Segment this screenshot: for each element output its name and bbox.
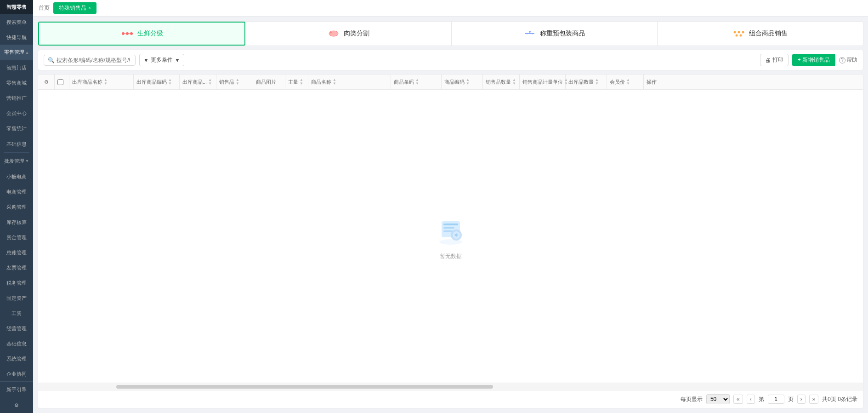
sidebar-item-search-menu[interactable]: 搜索菜单 bbox=[0, 14, 33, 29]
help-label: 帮助 bbox=[846, 56, 857, 64]
th-sales-qty[interactable]: 销售品数量 ▲▼ bbox=[483, 75, 520, 89]
first-page-button[interactable]: « bbox=[733, 395, 743, 404]
th-member-price[interactable]: 会员价 ▲▼ bbox=[607, 75, 644, 89]
sidebar-bottom: 新手引导 ⚙ bbox=[0, 381, 33, 413]
sidebar-item-members[interactable]: 会员中心 bbox=[0, 105, 33, 120]
print-button[interactable]: 🖨 打印 bbox=[760, 54, 789, 66]
page-prefix: 第 bbox=[759, 396, 764, 403]
svg-point-13 bbox=[742, 31, 744, 34]
scroll-thumb[interactable] bbox=[116, 385, 493, 389]
th-settings[interactable]: ⚙ bbox=[38, 75, 55, 89]
sidebar-item-retail-mall[interactable]: 零售商城 bbox=[0, 75, 33, 90]
svg-rect-19 bbox=[443, 227, 454, 229]
th-sales[interactable]: 销售品 ▲▼ bbox=[216, 75, 253, 89]
sidebar-item-business[interactable]: 经营管理 bbox=[0, 321, 33, 336]
svg-rect-18 bbox=[443, 224, 458, 225]
empty-state-icon bbox=[432, 212, 469, 249]
svg-point-15 bbox=[740, 34, 742, 37]
tab-weight-pack[interactable]: 称重预包装商品 bbox=[452, 22, 658, 46]
tab-meat-cut[interactable]: 肉类分割 bbox=[245, 22, 451, 46]
page-number-input[interactable] bbox=[768, 395, 784, 404]
close-icon[interactable]: × bbox=[88, 6, 91, 11]
sidebar-item-mini-ecom[interactable]: 小畅电商 bbox=[0, 169, 33, 184]
tab-fresh-grade[interactable]: 生鲜分级 bbox=[38, 22, 245, 46]
sidebar-item-system[interactable]: 系统管理 bbox=[0, 351, 33, 366]
sort-arrows-out-name: ▲▼ bbox=[104, 78, 108, 86]
search-field-wrapper[interactable]: 🔍 bbox=[44, 55, 136, 66]
sidebar-item-enterprise[interactable]: 企业协同 bbox=[0, 366, 33, 381]
filter-icon: ▼ bbox=[143, 57, 149, 63]
sidebar-item-assets[interactable]: 固定资产 bbox=[0, 290, 33, 305]
th-barcode[interactable]: 商品条码 ▲▼ bbox=[391, 75, 442, 89]
sidebar-item-purchase[interactable]: 采购管理 bbox=[0, 199, 33, 214]
table-header: ⚙ 出库商品名称 ▲▼ 出库商品编码 ▲▼ bbox=[38, 75, 863, 90]
filter-arrow: ▼ bbox=[175, 57, 180, 63]
svg-point-16 bbox=[439, 239, 462, 245]
svg-point-4 bbox=[329, 31, 338, 36]
select-all-checkbox[interactable] bbox=[57, 79, 63, 85]
sidebar-item-hr[interactable]: 工资 bbox=[0, 305, 33, 321]
sidebar: 智慧零售 搜索菜单 快捷导航 零售管理 ▲ 智慧门店 零售商城 营销推广 会员中… bbox=[0, 0, 33, 413]
th-out-qty[interactable]: 出库品数量 ▲▼ bbox=[566, 75, 607, 89]
tab-fresh-grade-label: 生鲜分级 bbox=[137, 29, 163, 38]
th-prod-name[interactable]: 商品名称 ▲▼ bbox=[308, 75, 391, 89]
next-page-button[interactable]: › bbox=[797, 395, 806, 404]
th-prod-code-label: 商品编码 bbox=[444, 79, 465, 86]
sidebar-item-retail-stats[interactable]: 零售统计 bbox=[0, 120, 33, 136]
per-page-select[interactable]: 10 20 50 100 bbox=[706, 394, 730, 404]
print-icon: 🖨 bbox=[765, 57, 771, 63]
sidebar-item-new-guide[interactable]: 新手引导 bbox=[0, 382, 33, 398]
svg-point-5 bbox=[330, 32, 332, 34]
th-member-price-label: 会员价 bbox=[610, 79, 625, 86]
sidebar-item-quick-nav[interactable]: 快捷导航 bbox=[0, 29, 33, 45]
th-unit-label: 主量 bbox=[288, 79, 298, 86]
sidebar-item-smart-store[interactable]: 智慧门店 bbox=[0, 60, 33, 75]
sidebar-item-invoice[interactable]: 发票管理 bbox=[0, 260, 33, 275]
search-icon: 🔍 bbox=[48, 57, 55, 63]
th-prod-img-label: 商品图片 bbox=[256, 79, 276, 86]
sort-arrows-prod-code: ▲▼ bbox=[466, 78, 470, 86]
active-tab[interactable]: 特殊销售品 × bbox=[53, 2, 96, 14]
tab-label: 特殊销售品 bbox=[59, 4, 86, 12]
page-suffix: 页 bbox=[788, 396, 794, 403]
prev-page-button[interactable]: ‹ bbox=[747, 395, 755, 404]
sidebar-item-basic-info2[interactable]: 基础信息 bbox=[0, 336, 33, 351]
sidebar-item-inventory[interactable]: 库存核算 bbox=[0, 214, 33, 229]
add-label: + 新增销售品 bbox=[798, 56, 830, 64]
sidebar-item-ledger[interactable]: 总账管理 bbox=[0, 245, 33, 260]
sidebar-item-wholesale[interactable]: 批发管理 ▼ bbox=[0, 154, 33, 169]
th-prod-img[interactable]: 商品图片 bbox=[253, 75, 285, 89]
pagination: 每页显示 10 20 50 100 « ‹ 第 页 › » 共0页 0条记录 bbox=[38, 390, 863, 408]
th-unit[interactable]: 主量 ▲▼ bbox=[285, 75, 308, 89]
home-breadcrumb[interactable]: 首页 bbox=[39, 4, 50, 12]
tab-combo-sales[interactable]: 组合商品销售 bbox=[658, 22, 863, 46]
th-out-code[interactable]: 出库商品编码 ▲▼ bbox=[134, 75, 180, 89]
th-prod-name-label: 商品名称 bbox=[311, 79, 331, 86]
sidebar-item-basic-info[interactable]: 基础信息 bbox=[0, 136, 33, 151]
th-out-code-label: 出库商品编码 bbox=[136, 79, 167, 86]
sidebar-item-settings[interactable]: ⚙ bbox=[0, 398, 33, 413]
chevron-down-icon-2: ▼ bbox=[25, 159, 29, 163]
tab-weight-pack-label: 称重预包装商品 bbox=[540, 29, 585, 38]
category-tabs: 生鲜分级 肉类分割 bbox=[38, 21, 863, 46]
svg-point-11 bbox=[734, 31, 736, 34]
sidebar-item-marketing[interactable]: 营销推广 bbox=[0, 90, 33, 105]
th-prod-code[interactable]: 商品编码 ▲▼ bbox=[442, 75, 483, 89]
sidebar-item-ecom-mgmt[interactable]: 电商管理 bbox=[0, 184, 33, 199]
toolbar-left: 🔍 ▼ 更多条件 ▼ bbox=[44, 54, 184, 66]
help-button[interactable]: ? 帮助 bbox=[839, 56, 857, 64]
th-out-name-label: 出库商品名称 bbox=[72, 79, 102, 86]
th-qty-unit[interactable]: 销售商品计量单位 ▲▼ bbox=[520, 75, 566, 89]
sidebar-item-retail-mgmt[interactable]: 零售管理 ▲ bbox=[0, 45, 33, 60]
last-page-button[interactable]: » bbox=[809, 395, 819, 404]
th-out-img[interactable]: 出库商品... ▲▼ bbox=[180, 75, 216, 89]
filter-button[interactable]: ▼ 更多条件 ▼ bbox=[139, 54, 184, 66]
search-input[interactable] bbox=[57, 57, 130, 63]
th-out-name[interactable]: 出库商品名称 ▲▼ bbox=[69, 75, 134, 89]
table-scrollbar[interactable] bbox=[38, 383, 863, 390]
sidebar-item-finance[interactable]: 资金管理 bbox=[0, 229, 33, 245]
table-scroll-wrapper[interactable]: ⚙ 出库商品名称 ▲▼ 出库商品编码 ▲▼ bbox=[38, 75, 863, 90]
sidebar-item-tax[interactable]: 税务管理 bbox=[0, 275, 33, 290]
th-check[interactable] bbox=[55, 75, 69, 89]
add-sales-button[interactable]: + 新增销售品 bbox=[792, 54, 835, 66]
